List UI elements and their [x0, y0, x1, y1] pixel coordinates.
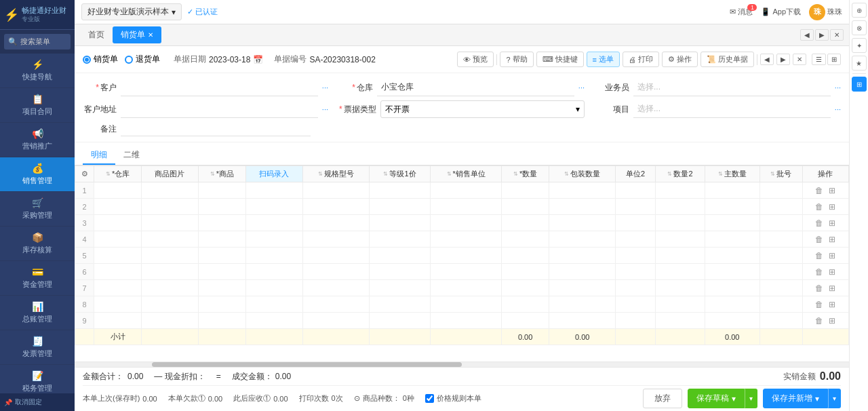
- table-cell[interactable]: [369, 231, 430, 248]
- table-cell[interactable]: [302, 296, 369, 313]
- table-cell[interactable]: [198, 182, 245, 199]
- delete-row-btn[interactable]: 🗑: [814, 283, 825, 294]
- table-cell[interactable]: [245, 280, 302, 296]
- save-new-arrow-btn[interactable]: ▾: [828, 389, 841, 408]
- delete-row-btn[interactable]: 🗑: [814, 267, 825, 277]
- table-cell[interactable]: [616, 296, 656, 313]
- copy-row-btn[interactable]: ⊞: [827, 218, 837, 229]
- table-cell[interactable]: [655, 215, 705, 231]
- sidebar-bottom[interactable]: 📌 取消固定: [0, 393, 75, 411]
- table-cell[interactable]: [142, 215, 199, 231]
- sidebar-item-accounting[interactable]: 📊 总账管理: [0, 296, 75, 330]
- tab-sales-order[interactable]: 销货单 ✕: [113, 26, 161, 43]
- tab-next-btn[interactable]: ▶: [815, 29, 829, 41]
- sidebar-item-funds[interactable]: 💳 资金管理: [0, 261, 75, 296]
- sidebar-item-inventory[interactable]: 📦 库存核算: [0, 227, 75, 261]
- salesman-input[interactable]: 选择...: [633, 79, 831, 96]
- table-cell[interactable]: [431, 199, 502, 215]
- table-cell[interactable]: [198, 231, 245, 248]
- table-cell[interactable]: [655, 231, 705, 248]
- table-cell[interactable]: [369, 199, 430, 215]
- sidebar-item-project[interactable]: 📋 项目合同: [0, 88, 75, 123]
- sidebar-item-invoice[interactable]: 🧾 发票管理: [0, 330, 75, 365]
- delete-row-btn[interactable]: 🗑: [814, 234, 825, 245]
- copy-row-btn[interactable]: ⊞: [827, 250, 837, 261]
- delete-row-btn[interactable]: 🗑: [814, 218, 825, 229]
- tab-home[interactable]: 首页: [80, 26, 113, 43]
- table-cell[interactable]: [705, 248, 760, 264]
- table-cell[interactable]: [760, 313, 802, 329]
- table-cell[interactable]: [705, 215, 760, 231]
- table-cell[interactable]: [655, 182, 705, 199]
- save-new-btn[interactable]: 保存并新增 ▾: [763, 389, 828, 408]
- price-rule-checkbox[interactable]: 价格规则本单: [425, 393, 481, 404]
- table-cell[interactable]: [198, 313, 245, 329]
- table-cell[interactable]: [302, 264, 369, 280]
- sidebar-item-quick-nav[interactable]: ⚡ 快捷导航: [0, 54, 75, 88]
- table-cell[interactable]: [94, 215, 142, 231]
- table-cell[interactable]: [431, 296, 502, 313]
- table-cell[interactable]: [705, 313, 760, 329]
- table-cell[interactable]: [616, 231, 656, 248]
- copy-row-btn[interactable]: ⊞: [827, 299, 837, 310]
- table-cell[interactable]: [431, 313, 502, 329]
- table-cell[interactable]: [549, 215, 616, 231]
- table-cell[interactable]: [198, 199, 245, 215]
- table-cell[interactable]: [616, 182, 656, 199]
- radio-return-order[interactable]: 退货单: [125, 54, 160, 65]
- save-draft-arrow-btn[interactable]: ▾: [745, 389, 757, 408]
- rp-btn-4[interactable]: ★: [852, 56, 867, 71]
- sidebar-item-sales[interactable]: 💰 销售管理: [0, 157, 75, 192]
- table-cell[interactable]: [198, 296, 245, 313]
- operations-btn[interactable]: ⚙ 操作: [662, 52, 698, 67]
- warehouse-input[interactable]: 小宝仓库: [377, 79, 574, 96]
- table-cell[interactable]: [502, 280, 549, 296]
- table-cell[interactable]: [94, 231, 142, 248]
- th-settings[interactable]: ⚙: [75, 166, 94, 182]
- table-cell[interactable]: [431, 182, 502, 199]
- table-cell[interactable]: [302, 199, 369, 215]
- table-cell[interactable]: [142, 182, 199, 199]
- table-view-btn[interactable]: ☰: [812, 54, 826, 65]
- table-cell[interactable]: [655, 280, 705, 296]
- table-cell[interactable]: [245, 296, 302, 313]
- table-cell[interactable]: [655, 248, 705, 264]
- table-cell[interactable]: [431, 231, 502, 248]
- copy-row-btn[interactable]: ⊞: [827, 185, 837, 196]
- table-cell[interactable]: [502, 313, 549, 329]
- table-cell[interactable]: [502, 215, 549, 231]
- table-cell[interactable]: [198, 280, 245, 296]
- scrollbar-thumb[interactable]: [152, 362, 462, 367]
- shortcuts-btn[interactable]: ⌨ 快捷键: [536, 52, 584, 67]
- table-cell[interactable]: [655, 313, 705, 329]
- salesman-search-icon[interactable]: ···: [835, 83, 841, 92]
- table-cell[interactable]: [302, 215, 369, 231]
- table-cell[interactable]: [760, 296, 802, 313]
- sidebar-item-purchase[interactable]: 🛒 采购管理: [0, 192, 75, 227]
- table-cell[interactable]: [502, 199, 549, 215]
- th-batch-import[interactable]: 扫码录入: [245, 166, 302, 182]
- table-cell[interactable]: [94, 280, 142, 296]
- table-cell[interactable]: [705, 264, 760, 280]
- app-download-btn[interactable]: 📱 App下载: [761, 7, 801, 17]
- table-cell[interactable]: [369, 182, 430, 199]
- prev-record-btn[interactable]: ◀: [760, 54, 774, 65]
- tab-detail[interactable]: 明细: [83, 146, 115, 165]
- table-cell[interactable]: [302, 231, 369, 248]
- table-cell[interactable]: [245, 215, 302, 231]
- remark-input[interactable]: [121, 122, 311, 136]
- delete-row-btn[interactable]: 🗑: [814, 201, 825, 212]
- history-btn[interactable]: 📜 历史单据: [701, 52, 754, 67]
- table-cell[interactable]: [369, 313, 430, 329]
- table-cell[interactable]: [502, 182, 549, 199]
- sidebar-item-marketing[interactable]: 📢 营销推广: [0, 123, 75, 157]
- table-cell[interactable]: [705, 182, 760, 199]
- horizontal-scrollbar[interactable]: [75, 361, 849, 367]
- select-btn[interactable]: ≡ 选单: [587, 52, 620, 67]
- table-cell[interactable]: [549, 182, 616, 199]
- table-cell[interactable]: [369, 280, 430, 296]
- tab-close-icon[interactable]: ✕: [148, 31, 153, 39]
- rp-btn-active[interactable]: ⊞: [852, 77, 867, 92]
- table-cell[interactable]: [142, 231, 199, 248]
- table-cell[interactable]: [549, 313, 616, 329]
